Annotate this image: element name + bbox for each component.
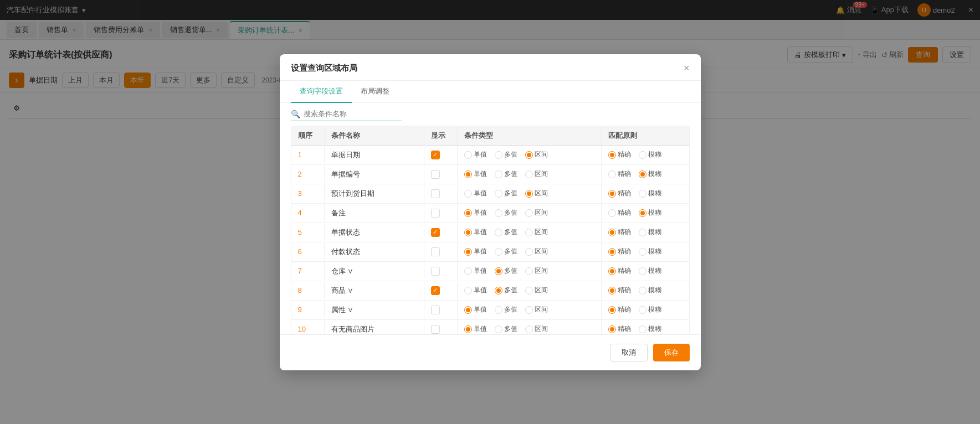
cond-type-option[interactable]: 多值 (495, 189, 517, 198)
display-checkbox[interactable]: ✓ (431, 151, 440, 159)
match-rule-option[interactable]: 模糊 (639, 324, 661, 334)
display-checkbox[interactable] (431, 306, 440, 314)
match-rule-option[interactable]: 精确 (608, 189, 631, 198)
cond-table: 顺序 条件名称 显示 条件类型 匹配原则 1单据日期✓单值多值区间精确模糊2单据… (291, 126, 690, 334)
match-rule-option[interactable]: 精确 (608, 169, 631, 179)
cond-type-option[interactable]: 多值 (495, 208, 517, 218)
cond-display-cell[interactable] (424, 301, 458, 319)
cond-type-option[interactable]: 多值 (495, 247, 517, 256)
cond-type-option[interactable]: 单值 (464, 208, 487, 218)
display-checkbox[interactable] (431, 189, 440, 198)
match-rule-option[interactable]: 精确 (608, 305, 631, 314)
th-order: 顺序 (291, 126, 325, 145)
modal-tab-layout[interactable]: 布局调整 (352, 81, 398, 103)
save-btn[interactable]: 保存 (653, 344, 690, 361)
radio-circle (608, 151, 616, 159)
radio-circle (608, 306, 616, 314)
match-rule-option[interactable]: 模糊 (639, 227, 661, 237)
display-checkbox[interactable] (431, 247, 440, 256)
cond-type-option[interactable]: 多值 (495, 305, 517, 314)
search-input[interactable] (304, 110, 402, 118)
cond-type-option[interactable]: 多值 (495, 227, 517, 237)
cond-display-cell[interactable] (424, 166, 458, 183)
cond-type-option[interactable]: 区间 (525, 266, 548, 276)
display-checkbox[interactable]: ✓ (431, 228, 440, 237)
match-rule-option[interactable]: 精确 (608, 247, 631, 256)
cond-type-option[interactable]: 单值 (464, 169, 487, 179)
cond-display-cell[interactable]: ✓ (424, 146, 458, 164)
cond-type-option[interactable]: 单值 (464, 189, 487, 198)
radio-circle (464, 248, 472, 256)
match-rule-option[interactable]: 精确 (608, 286, 631, 295)
modal-search-area: 🔍 (280, 103, 701, 126)
display-checkbox[interactable] (431, 170, 440, 179)
match-rule-option[interactable]: 精确 (608, 208, 631, 218)
cond-type-option[interactable]: 多值 (495, 150, 517, 159)
radio-circle (525, 287, 533, 294)
radio-circle (639, 229, 647, 236)
cond-type-cell: 单值多值区间 (458, 165, 602, 183)
match-rule-option[interactable]: 模糊 (639, 266, 661, 276)
modal: 设置查询区域布局 × 查询字段设置 布局调整 🔍 顺序 (280, 54, 701, 370)
cond-type-option[interactable]: 区间 (525, 247, 548, 256)
cond-type-option[interactable]: 单值 (464, 247, 487, 256)
match-rule-option[interactable]: 精确 (608, 266, 631, 276)
display-checkbox[interactable] (431, 209, 440, 218)
match-rule-option[interactable]: 精确 (608, 324, 631, 334)
radio-circle (608, 287, 616, 294)
match-rule-option[interactable]: 模糊 (639, 208, 661, 218)
radio-circle (464, 267, 472, 275)
cond-type-option[interactable]: 单值 (464, 227, 487, 237)
th-name: 条件名称 (325, 126, 424, 145)
cond-order: 4 (291, 204, 325, 221)
cond-type-option[interactable]: 区间 (525, 324, 548, 334)
match-rule-option[interactable]: 精确 (608, 227, 631, 237)
radio-circle (525, 151, 533, 159)
cond-type-cell: 单值多值区间 (458, 262, 602, 280)
cond-type-option[interactable]: 单值 (464, 324, 487, 334)
match-rule-option[interactable]: 模糊 (639, 305, 661, 314)
cond-type-option[interactable]: 区间 (525, 169, 548, 179)
cond-display-cell[interactable] (424, 185, 458, 203)
modal-close-btn[interactable]: × (684, 63, 690, 73)
cond-type-option[interactable]: 区间 (525, 150, 548, 159)
cond-type-option[interactable]: 区间 (525, 286, 548, 295)
cond-type-option[interactable]: 单值 (464, 266, 487, 276)
cond-type-option[interactable]: 多值 (495, 169, 517, 179)
cancel-btn[interactable]: 取消 (610, 344, 648, 361)
match-rule-option[interactable]: 模糊 (639, 169, 661, 179)
cond-match-cell: 精确模糊 (602, 242, 689, 261)
cond-type-option[interactable]: 多值 (495, 286, 517, 295)
match-rule-option[interactable]: 模糊 (639, 247, 661, 256)
cond-body: 1单据日期✓单值多值区间精确模糊2单据编号单值多值区间精确模糊3预计到货日期单值… (291, 146, 689, 334)
cond-order: 7 (291, 262, 325, 280)
table-row: 1单据日期✓单值多值区间精确模糊 (291, 146, 689, 165)
cond-type-option[interactable]: 区间 (525, 208, 548, 218)
display-checkbox[interactable] (431, 325, 440, 334)
cond-type-option[interactable]: 区间 (525, 305, 548, 314)
radio-circle (495, 151, 502, 159)
match-rule-option[interactable]: 精确 (608, 150, 631, 159)
cond-display-cell[interactable] (424, 204, 458, 222)
cond-type-option[interactable]: 单值 (464, 305, 487, 314)
cond-type-option[interactable]: 多值 (495, 266, 517, 276)
display-checkbox[interactable]: ✓ (431, 286, 440, 295)
modal-tab-query-fields[interactable]: 查询字段设置 (291, 81, 352, 103)
match-rule-option[interactable]: 模糊 (639, 189, 661, 198)
display-checkbox[interactable] (431, 267, 440, 276)
cond-display-cell[interactable] (424, 320, 458, 334)
cond-type-option[interactable]: 区间 (525, 227, 548, 237)
cond-type-option[interactable]: 单值 (464, 286, 487, 295)
cond-type-option[interactable]: 多值 (495, 324, 517, 334)
cond-type-option[interactable]: 区间 (525, 189, 548, 198)
cond-display-cell[interactable] (424, 262, 458, 280)
cond-display-cell[interactable] (424, 243, 458, 261)
cond-name: 单据日期 (325, 146, 424, 164)
match-rule-option[interactable]: 模糊 (639, 150, 661, 159)
cond-display-cell[interactable]: ✓ (424, 224, 458, 241)
radio-circle (608, 229, 616, 236)
cond-type-option[interactable]: 单值 (464, 150, 487, 159)
match-rule-option[interactable]: 模糊 (639, 286, 661, 295)
radio-circle (639, 325, 647, 333)
cond-display-cell[interactable]: ✓ (424, 282, 458, 299)
